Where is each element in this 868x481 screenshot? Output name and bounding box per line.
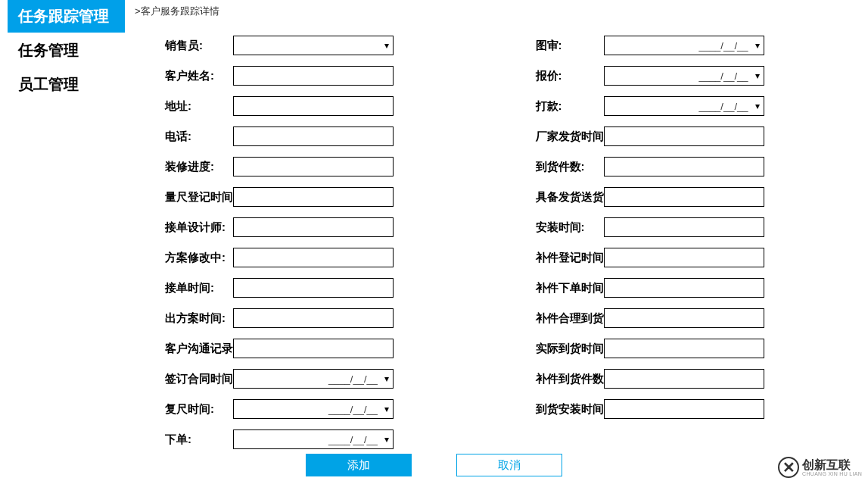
sidebar: 任务跟踪管理 任务管理 员工管理 (8, 0, 125, 102)
field-label: 到货安装时间: (506, 402, 604, 417)
form-row: 签订合同时间:____/__/__ (135, 364, 483, 394)
form-row: 方案修改中: (135, 242, 483, 273)
text-input[interactable] (233, 339, 394, 358)
text-input[interactable] (604, 399, 764, 419)
text-input[interactable] (233, 278, 394, 298)
sidebar-item-task-mgmt[interactable]: 任务管理 (8, 34, 125, 67)
sidebar-item-staff-mgmt[interactable]: 员工管理 (8, 68, 125, 101)
field-label: 厂家发货时间: (506, 130, 604, 144)
text-input[interactable] (604, 187, 764, 207)
field-label: 补件登记时间: (506, 251, 604, 265)
field-label: 装修进度: (135, 160, 233, 174)
form-left-column: 销售员:客户姓名:地址:电话:装修进度:量尺登记时间:接单设计师:方案修改中:接… (135, 30, 483, 454)
field-label: 方案修改中: (135, 251, 233, 265)
field-label: 签订合同时间: (135, 372, 233, 386)
logo-text-en: CHUANG XIN HU LIAN (802, 471, 862, 476)
field-label: 下单: (135, 433, 233, 447)
form-right-column: 图审:____/__/__报价:____/__/__打款:____/__/__厂… (506, 30, 854, 454)
field-label: 安装时间: (506, 220, 604, 235)
field-label: 到货件数: (506, 160, 604, 174)
logo-text-cn: 创新互联 (802, 459, 862, 471)
text-input[interactable] (233, 157, 394, 176)
text-input[interactable] (604, 248, 764, 267)
date-select[interactable]: ____/__/__ (604, 66, 764, 86)
date-select[interactable]: ____/__/__ (604, 36, 764, 55)
text-input[interactable] (233, 66, 394, 86)
field-label: 接单时间: (135, 281, 233, 295)
field-label: 量尺登记时间: (135, 190, 233, 205)
brand-logo: ✕ 创新互联 CHUANG XIN HU LIAN (778, 457, 862, 478)
form-row: 复尺时间:____/__/__ (135, 394, 483, 424)
form-row: 到货安装时间: (506, 394, 854, 424)
text-input[interactable] (233, 96, 394, 116)
date-select[interactable]: ____/__/__ (604, 96, 764, 116)
text-input[interactable] (604, 126, 764, 146)
field-label: 地址: (135, 99, 233, 114)
form-buttons: 添加 取消 (0, 454, 868, 476)
field-label: 打款: (506, 99, 604, 114)
text-input[interactable] (233, 308, 394, 328)
text-input[interactable] (604, 157, 764, 176)
form-row: 补件登记时间: (506, 242, 854, 273)
select-input[interactable] (233, 36, 394, 55)
text-input[interactable] (233, 217, 394, 237)
form-row: 接单设计师: (135, 212, 483, 242)
form-row: 补件到货件数: (506, 364, 854, 394)
form-row: 装修进度: (135, 151, 483, 182)
form-row: 图审:____/__/__ (506, 30, 854, 61)
field-label: 复尺时间: (135, 402, 233, 417)
field-label: 补件到货件数: (506, 372, 604, 386)
form-row: 接单时间: (135, 273, 483, 303)
form-row: 报价:____/__/__ (506, 61, 854, 91)
field-label: 补件下单时间: (506, 281, 604, 295)
form-row: 客户沟通记录: (135, 333, 483, 364)
form-row: 电话: (135, 121, 483, 151)
text-input[interactable] (604, 278, 764, 298)
field-label: 具备发货送货时间: (506, 190, 604, 205)
field-label: 图审: (506, 39, 604, 53)
form-row: 实际到货时间: (506, 333, 854, 364)
field-label: 报价: (506, 69, 604, 83)
form-row: 出方案时间: (135, 303, 483, 333)
add-button[interactable]: 添加 (306, 454, 412, 476)
breadcrumb: >客户服务跟踪详情 (135, 5, 219, 18)
form-row: 量尺登记时间: (135, 182, 483, 212)
form-row: 到货件数: (506, 151, 854, 182)
text-input[interactable] (233, 126, 394, 146)
field-label: 接单设计师: (135, 220, 233, 235)
text-input[interactable] (233, 248, 394, 267)
form-area: 销售员:客户姓名:地址:电话:装修进度:量尺登记时间:接单设计师:方案修改中:接… (135, 30, 853, 443)
form-row: 补件下单时间: (506, 273, 854, 303)
text-input[interactable] (604, 308, 764, 328)
form-row: 具备发货送货时间: (506, 182, 854, 212)
form-row: 销售员: (135, 30, 483, 61)
form-row: 下单:____/__/__ (135, 424, 483, 454)
date-select[interactable]: ____/__/__ (233, 369, 394, 389)
form-row: 打款:____/__/__ (506, 91, 854, 121)
form-row: 厂家发货时间: (506, 121, 854, 151)
date-select[interactable]: ____/__/__ (233, 429, 394, 449)
field-label: 出方案时间: (135, 311, 233, 326)
field-label: 客户沟通记录: (135, 342, 233, 356)
form-row: 补件合理到货时间: (506, 303, 854, 333)
field-label: 补件合理到货时间: (506, 311, 604, 326)
cancel-button[interactable]: 取消 (456, 454, 562, 476)
field-label: 电话: (135, 130, 233, 144)
sidebar-item-task-tracking[interactable]: 任务跟踪管理 (8, 0, 125, 33)
form-row: 安装时间: (506, 212, 854, 242)
text-input[interactable] (604, 369, 764, 389)
field-label: 客户姓名: (135, 69, 233, 83)
field-label: 销售员: (135, 39, 233, 53)
form-row: 客户姓名: (135, 61, 483, 91)
text-input[interactable] (604, 217, 764, 237)
date-select[interactable]: ____/__/__ (233, 399, 394, 419)
text-input[interactable] (604, 339, 764, 358)
text-input[interactable] (233, 187, 394, 207)
form-row: 地址: (135, 91, 483, 121)
field-label: 实际到货时间: (506, 342, 604, 356)
logo-icon: ✕ (778, 457, 799, 478)
